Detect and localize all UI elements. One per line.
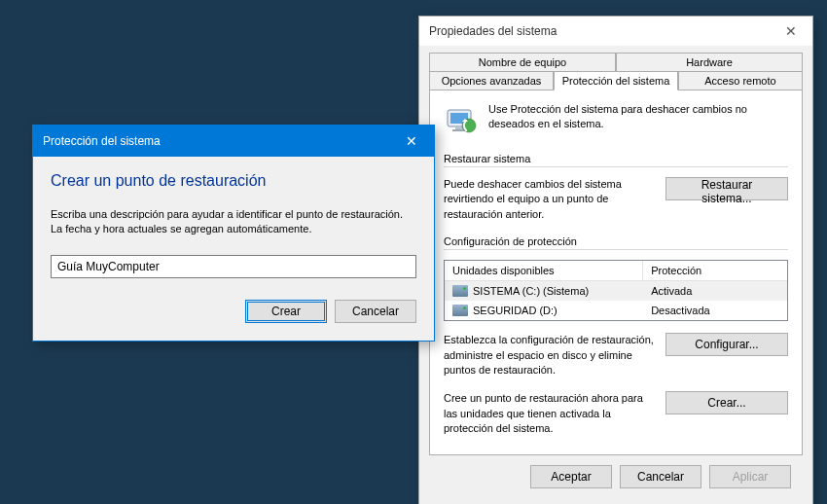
system-protection-icon	[444, 102, 479, 137]
drive-status: Desactivada	[643, 303, 787, 318]
window-title: Protección del sistema	[43, 134, 389, 148]
protection-section-label: Configuración de protección	[444, 235, 788, 247]
drive-name: SEGURIDAD (D:)	[473, 305, 557, 316]
svg-rect-2	[455, 126, 463, 129]
configure-description: Establezca la configuración de restaurac…	[444, 333, 656, 378]
column-drives[interactable]: Unidades disponibles	[445, 261, 643, 280]
tab-system-protection[interactable]: Protección del sistema	[554, 71, 678, 90]
ok-button[interactable]: Aceptar	[530, 465, 612, 488]
close-icon[interactable]: ✕	[770, 17, 812, 46]
create-button[interactable]: Crear	[245, 300, 327, 323]
dialog-heading: Crear un punto de restauración	[51, 172, 416, 190]
titlebar[interactable]: Propiedades del sistema ✕	[419, 17, 812, 46]
create-restore-point-dialog: Protección del sistema ✕ Crear un punto …	[32, 125, 435, 342]
tab-remote-access[interactable]: Acceso remoto	[678, 71, 803, 90]
system-properties-dialog: Propiedades del sistema ✕ Nombre de equi…	[418, 16, 813, 504]
divider	[444, 249, 788, 250]
close-icon[interactable]: ✕	[389, 126, 434, 157]
tabs: Nombre de equipo Hardware Opciones avanz…	[429, 52, 803, 90]
drive-list[interactable]: Unidades disponibles Protección SISTEMA …	[444, 260, 788, 321]
configure-button[interactable]: Configurar...	[665, 333, 788, 356]
restore-section-label: Restaurar sistema	[444, 153, 788, 164]
tab-advanced-options[interactable]: Opciones avanzadas	[429, 71, 554, 90]
restore-system-button[interactable]: Restaurar sistema...	[665, 177, 788, 200]
divider	[444, 166, 788, 167]
cancel-button[interactable]: Cancelar	[335, 300, 416, 323]
intro-text: Use Protección del sistema para deshacer…	[488, 102, 788, 137]
tab-hardware[interactable]: Hardware	[616, 53, 803, 71]
restore-description: Puede deshacer cambios del sistema revir…	[444, 177, 656, 222]
create-description: Cree un punto de restauración ahora para…	[444, 391, 656, 436]
drive-row[interactable]: SISTEMA (C:) (Sistema) Activada	[445, 281, 787, 301]
drive-status: Activada	[643, 283, 787, 299]
drive-row[interactable]: SEGURIDAD (D:) Desactivada	[445, 301, 787, 320]
tab-computer-name[interactable]: Nombre de equipo	[429, 53, 616, 71]
drive-list-header: Unidades disponibles Protección	[445, 261, 787, 281]
restore-point-name-input[interactable]	[51, 255, 416, 278]
window-title: Propiedades del sistema	[429, 24, 770, 38]
cancel-button[interactable]: Cancelar	[620, 465, 701, 488]
dialog-footer: Aceptar Cancelar Aplicar	[429, 455, 803, 498]
titlebar[interactable]: Protección del sistema ✕	[33, 126, 434, 157]
drive-name: SISTEMA (C:) (Sistema)	[473, 285, 589, 297]
column-protection[interactable]: Protección	[643, 261, 787, 280]
drive-icon	[452, 305, 468, 316]
create-button[interactable]: Crear...	[665, 391, 788, 414]
drive-icon	[452, 285, 468, 297]
tab-content: Use Protección del sistema para deshacer…	[429, 90, 803, 455]
dialog-description: Escriba una descripción para ayudar a id…	[51, 207, 416, 237]
apply-button[interactable]: Aplicar	[709, 465, 791, 488]
